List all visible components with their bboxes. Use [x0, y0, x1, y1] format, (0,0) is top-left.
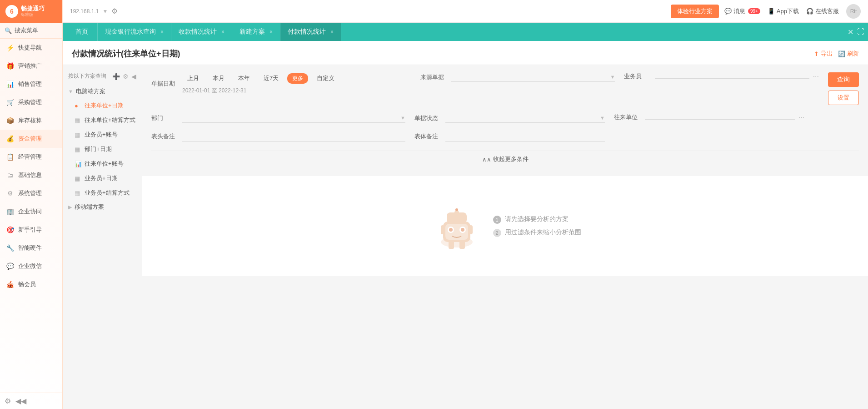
query-btn[interactable]: 查询	[828, 72, 859, 87]
topbar-settings-icon[interactable]: ⚙	[111, 7, 118, 15]
scheme-panel: 按以下方案查询 ➕ ⚙ ◀ ▼ 电脑端方案 ● 往来单位+日期	[63, 65, 142, 276]
staff-label: 业务员	[624, 72, 651, 81]
date-label: 单据日期	[151, 80, 179, 88]
date-btn-this-year[interactable]: 本年	[233, 72, 255, 84]
source-label: 来源单据	[420, 73, 448, 81]
sidebar-item-system[interactable]: ⚙ 系统管理	[0, 184, 62, 202]
scheme-item-staff-date[interactable]: ▦ 业务员+日期	[63, 171, 142, 186]
svg-rect-10	[459, 241, 465, 249]
dept-field: 部门 ▼	[151, 113, 405, 123]
body-note-input[interactable]	[445, 131, 605, 142]
source-select[interactable]: ▼	[451, 72, 615, 82]
tip-num-2: 2	[493, 229, 501, 237]
collapse-sidebar-icon[interactable]: ◀◀	[15, 397, 26, 405]
sidebar-item-basic-info[interactable]: 🗂 基础信息	[0, 166, 62, 184]
collapse-panel-icon[interactable]: ◀	[131, 73, 136, 80]
scheme-item-partner-settlement[interactable]: ▦ 往来单位+结算方式	[63, 113, 142, 127]
sidebar-item-enterprise[interactable]: 🏢 企业协同	[0, 202, 62, 221]
tab-payment-stats[interactable]: 付款情况统计 ×	[280, 23, 341, 41]
sidebar-item-inventory[interactable]: 📦 库存核算	[0, 111, 62, 130]
sidebar-item-guide[interactable]: 🎯 新手引导	[0, 221, 62, 239]
app-download-btn[interactable]: 📱 App下载	[768, 7, 799, 15]
main-area: 192.168.1.1 ▼ ⚙ 体验行业方案 💬 消息 99+ 📱 App下载 …	[63, 0, 868, 409]
headset-icon: 🎧	[806, 8, 813, 15]
dept-select[interactable]: ▼	[182, 113, 405, 123]
online-service-btn[interactable]: 🎧 在线客服	[806, 7, 839, 15]
tabbar: 首页 现金银行流水查询 × 收款情况统计 × 新建方案 × 付款情况统计 × ✕…	[63, 23, 868, 41]
staff-field: 业务员 ···	[624, 72, 819, 81]
sidebar-item-purchase[interactable]: 🛒 采购管理	[0, 93, 62, 111]
scheme-panel-header: 按以下方案查询 ➕ ⚙ ◀	[63, 70, 142, 85]
vip-icon: 🎪	[5, 280, 15, 289]
date-btn-custom[interactable]: 自定义	[312, 72, 339, 84]
topbar-right: 💬 消息 99+ 📱 App下载 🎧 在线客服 Rit	[724, 4, 861, 19]
staff-select[interactable]	[655, 75, 809, 79]
scheme-item-partner-account[interactable]: 📊 往来单位+账号	[63, 157, 142, 171]
sidebar-item-operations[interactable]: 📋 经营管理	[0, 148, 62, 166]
scheme-item-partner-date[interactable]: ● 往来单位+日期	[63, 98, 142, 113]
enterprise-icon: 🏢	[5, 207, 15, 216]
filter-row-3: 表头备注 表体备注	[151, 131, 859, 142]
body-note-field: 表体备注	[414, 131, 605, 142]
doc-status-label: 单据状态	[414, 114, 442, 122]
scheme-desktop-group-header[interactable]: ▼ 电脑端方案	[63, 85, 142, 98]
tab-payment-stats-close[interactable]: ×	[330, 29, 334, 35]
tabbar-actions: ✕ ⛶	[848, 28, 864, 36]
sidebar-item-marketing[interactable]: 🎁 营销推广	[0, 57, 62, 75]
collapse-up-icon: ∧∧	[482, 156, 491, 163]
tab-receipt-stats[interactable]: 收款情况统计 ×	[171, 23, 232, 41]
tab-new-scheme[interactable]: 新建方案 ×	[232, 23, 280, 41]
refresh-btn[interactable]: 🔄 刷新	[838, 50, 859, 58]
svg-point-6	[461, 228, 464, 232]
add-scheme-icon[interactable]: ➕	[112, 73, 120, 80]
filter-form: 单据日期 上月 本月 本年 近7天 更多 自定义 20	[142, 65, 868, 175]
settings-bottom-icon[interactable]: ⚙	[5, 397, 11, 405]
date-btn-last-month[interactable]: 上月	[182, 72, 204, 84]
scheme-item-staff-settlement[interactable]: ▦ 业务员+结算方式	[63, 186, 142, 200]
sidebar-item-quick-nav[interactable]: ⚡ 快捷导航	[0, 39, 62, 57]
scheme-item-staff-account[interactable]: ▦ 业务员+账号	[63, 127, 142, 142]
header-note-input[interactable]	[182, 131, 405, 142]
filter-settings-btn[interactable]: 设置	[828, 91, 859, 105]
sales-icon: 📊	[5, 80, 15, 89]
scheme-icon-0: ▦	[75, 117, 82, 124]
trial-btn[interactable]: 体验行业方案	[671, 5, 719, 18]
doc-status-field: 单据状态 ▼	[414, 113, 605, 123]
maximize-icon[interactable]: ⛶	[857, 28, 864, 36]
page-header: 付款情况统计(往来单位+日期) ⬆ 导出 🔄 刷新	[63, 41, 868, 65]
partner-dots[interactable]: ···	[798, 113, 804, 121]
tab-bank-flow-close[interactable]: ×	[160, 29, 164, 35]
scheme-item-dept-date[interactable]: ▦ 部门+日期	[63, 142, 142, 157]
staff-dots[interactable]: ···	[813, 72, 819, 81]
scheme-settings-icon[interactable]: ⚙	[123, 73, 129, 80]
sidebar-item-sales[interactable]: 📊 销售管理	[0, 75, 62, 93]
doc-status-select[interactable]: ▼	[445, 113, 605, 123]
partner-select[interactable]	[645, 116, 795, 120]
sidebar-bottom: ⚙ ◀◀	[0, 393, 62, 409]
tab-new-scheme-close[interactable]: ×	[269, 29, 273, 35]
svg-rect-9	[449, 241, 454, 249]
scheme-active-icon: ●	[75, 102, 82, 109]
message-btn[interactable]: 💬 消息 99+	[724, 7, 760, 15]
page-header-actions: ⬆ 导出 🔄 刷新	[814, 50, 859, 58]
header-note-field: 表头备注	[151, 131, 405, 142]
tab-bank-flow[interactable]: 现金银行流水查询 ×	[98, 23, 171, 41]
sidebar-search[interactable]: 🔍 搜索菜单	[0, 23, 62, 39]
sidebar-item-capital[interactable]: 💰 资金管理	[0, 130, 62, 148]
sidebar-item-vip[interactable]: 🎪 畅会员	[0, 275, 62, 293]
user-avatar[interactable]: Rit	[846, 4, 861, 19]
date-btn-this-month[interactable]: 本月	[208, 72, 229, 84]
date-btn-last7days[interactable]: 近7天	[259, 72, 284, 84]
hardware-icon: 🔧	[5, 243, 15, 252]
tab-home[interactable]: 首页	[66, 23, 98, 41]
sidebar-item-wechat[interactable]: 💬 企业微信	[0, 257, 62, 275]
page-title: 付款情况统计(往来单位+日期)	[72, 48, 180, 59]
date-btn-more[interactable]: 更多	[287, 73, 308, 84]
scheme-mobile-group-header[interactable]: ▶ 移动端方案	[63, 200, 142, 214]
close-tab-icon[interactable]: ✕	[848, 28, 853, 36]
body-note-label: 表体备注	[414, 132, 442, 141]
sidebar-item-hardware[interactable]: 🔧 智能硬件	[0, 239, 62, 257]
collapse-btn[interactable]: ∧∧ 收起更多条件	[151, 150, 859, 168]
export-btn[interactable]: ⬆ 导出	[814, 50, 833, 58]
tab-receipt-stats-close[interactable]: ×	[221, 29, 224, 35]
